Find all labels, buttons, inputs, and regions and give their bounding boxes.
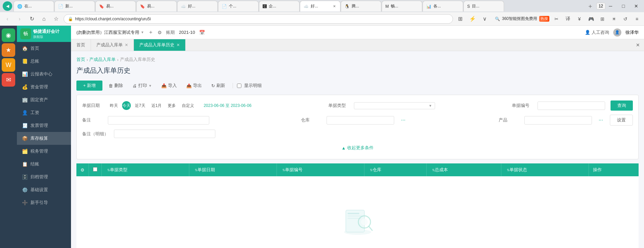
minimize-button[interactable]: ─ [605, 1, 616, 11]
import-button[interactable]: 📥 导入 [158, 81, 180, 90]
browser-tab-t10[interactable]: M 畅... [382, 1, 422, 12]
sidebar-item-库存核算[interactable]: 📦 库存核算 [17, 132, 71, 145]
collapse-button[interactable]: ▲ 收起更多条件 [82, 142, 633, 154]
settings-gear-button[interactable]: ⚙ [158, 30, 162, 35]
left-icon-red[interactable]: ✉ [2, 73, 15, 87]
delete-button[interactable]: 🗑 删除 [105, 81, 126, 90]
warehouse-filter-input[interactable] [327, 116, 394, 125]
back-button[interactable]: ‹ [3, 14, 12, 24]
date-btn-自定义[interactable]: 自定义 [180, 102, 196, 110]
browser-tab-t3[interactable]: 🔖 易... [95, 1, 136, 12]
number-filter-input[interactable] [538, 102, 605, 110]
date-btn-近1月[interactable]: 近1月 [149, 102, 164, 110]
warehouse-dots[interactable]: ··· [400, 117, 407, 123]
date-btn-更多[interactable]: 更多 [166, 102, 178, 110]
game-icon[interactable]: 🎮 [587, 15, 595, 23]
sidebar-item-资金管理[interactable]: 💰 资金管理 [17, 81, 71, 93]
browser-tab-t4[interactable]: 🔖 易... [136, 1, 177, 12]
company-selector[interactable]: (勿删勿禁用）江西服宝测试专用 ▼ [76, 29, 144, 36]
left-icon-yellow[interactable]: W [2, 58, 15, 72]
new-button[interactable]: + 新增 [76, 81, 102, 91]
table-col-number[interactable]: ⇅单据编号 [277, 163, 364, 176]
browser-tab-t6[interactable]: 📄 个... [218, 1, 259, 12]
page-tab-2[interactable]: 产成品入库单历史 ✕ [134, 39, 186, 51]
query-button[interactable]: 查询 [611, 100, 633, 111]
sidebar-item-总账[interactable]: 📒 总账 [17, 55, 71, 68]
tab-close-icon[interactable]: ✕ [332, 4, 337, 9]
bookmark-button[interactable]: ☆ [51, 14, 61, 24]
product-filter-input[interactable] [524, 116, 592, 125]
sidebar-item-工资[interactable]: 👤 工资 [17, 106, 71, 119]
select-all-checkbox[interactable] [93, 167, 97, 172]
note-detail-filter-input[interactable] [114, 130, 215, 138]
sidebar-item-发票管理[interactable]: 🧾 发票管理 [17, 119, 71, 132]
note-filter-input[interactable] [108, 116, 209, 125]
date-btn-今天[interactable]: 今天 [122, 101, 131, 110]
sidebar-item-税务管理[interactable]: 🗂️ 税务管理 [17, 145, 71, 158]
refresh-button[interactable]: ↻ 刷新 [208, 81, 229, 90]
show-detail-checkbox[interactable] [237, 84, 241, 88]
setting-button[interactable]: 设置 [610, 115, 633, 126]
date-btn-昨天[interactable]: 昨天 [108, 102, 120, 110]
scissors-icon[interactable]: ✂ [552, 15, 561, 23]
calendar-icon[interactable]: 📅 [199, 30, 205, 35]
more-btn[interactable]: ∨ [480, 14, 490, 24]
sidebar-item-首页[interactable]: 🏠 首页 [17, 42, 71, 55]
user-service-button[interactable]: 👤 人工咨询 [585, 29, 609, 36]
page-tab-close-icon-2[interactable]: ✕ [176, 43, 180, 47]
reload-button[interactable]: ↻ [27, 14, 37, 24]
table-col-total_cost[interactable]: ⇅总成本 [426, 163, 501, 176]
browser-tab-t5[interactable]: ☁️ 好... [177, 1, 218, 12]
page-tab-0[interactable]: 首页 [71, 39, 91, 51]
type-select[interactable]: ▼ [354, 102, 435, 109]
refresh-label: 刷新 [216, 83, 225, 89]
browser-tab-t2[interactable]: 📄 新... [54, 1, 95, 12]
sidebar-item-结账[interactable]: 📋 结账 [17, 158, 71, 171]
extensions-icon[interactable]: ⊞ [456, 14, 465, 24]
sidebar-item-云报表中心[interactable]: 📊 云报表中心 [17, 68, 71, 81]
table-col-type[interactable]: ⇅单据类型 [102, 163, 189, 176]
settings-icon[interactable]: ≡ [633, 15, 641, 23]
history-icon[interactable]: ↺ [621, 15, 630, 23]
table-col-warehouse[interactable]: ⇅仓库 [364, 163, 426, 176]
breadcrumb-home[interactable]: 首页 [76, 57, 85, 63]
breadcrumb-parent[interactable]: 产成品入库单 [89, 57, 116, 63]
sidebar-item-新手引导[interactable]: ➕ 新手引导 [17, 196, 71, 209]
theme-icon[interactable]: ☀ [610, 15, 618, 23]
maximize-button[interactable]: □ [618, 1, 628, 11]
product-dots[interactable]: ··· [597, 117, 604, 123]
browser-tab-t8[interactable]: ☁️ 好... ✕ [300, 1, 340, 12]
table-col-date[interactable]: ⇅单据日期 [189, 163, 277, 176]
yen-icon[interactable]: ¥ [575, 15, 584, 23]
add-period-button[interactable]: ＋ [148, 29, 153, 36]
forward-button[interactable]: › [15, 14, 24, 24]
lightning-icon[interactable]: ⚡ [468, 14, 477, 24]
page-tab-1[interactable]: 产成品入库单 ✕ [91, 39, 134, 51]
left-icon-orange[interactable]: ★ [2, 43, 15, 57]
browser-tab-t11[interactable]: 📊 各... [423, 1, 463, 12]
browser-tab-t12[interactable]: S 目... [463, 1, 504, 12]
close-panel-button[interactable]: ✕ [632, 40, 644, 50]
sidebar-item-归档管理[interactable]: 🗄️ 归档管理 [17, 171, 71, 183]
show-detail-toggle[interactable]: 显示明细 [237, 83, 262, 89]
export-button[interactable]: 📤 导出 [183, 81, 205, 90]
home-button[interactable]: ⌂ [39, 14, 49, 24]
left-icon-green[interactable]: ◉ [2, 28, 15, 42]
table-col-status[interactable]: ⇅单据状态 [501, 163, 589, 176]
sidebar-item-固定资产[interactable]: 🏢 固定资产 [17, 93, 71, 106]
page-tab-close-icon-1[interactable]: ✕ [125, 43, 128, 47]
grid-icon[interactable]: ⊞ [598, 15, 607, 23]
gear-col-icon[interactable]: ⚙ [80, 167, 85, 173]
browser-tab-t7[interactable]: 🅲 企... [259, 1, 300, 12]
tab-add-button[interactable]: ＋ [586, 1, 595, 11]
date-btn-近7天[interactable]: 近7天 [133, 102, 147, 110]
user-avatar[interactable]: 👤 [613, 28, 621, 37]
print-button[interactable]: 🖨 打印 ▼ [129, 81, 155, 90]
browser-tab-t9[interactable]: 🐧 腾... [341, 1, 381, 12]
app-sidebar-header[interactable]: 畅 畅捷通好会计 旗舰版 [17, 26, 71, 42]
address-input[interactable]: 🔒 https://cloud.chanjet.com/accounting/u… [64, 14, 453, 24]
sidebar-item-基础设置[interactable]: ⚙️ 基础设置 [17, 183, 71, 196]
close-button[interactable]: ✕ [631, 1, 641, 11]
browser-tab-t1[interactable]: 🌐 在... [14, 1, 54, 12]
translate-icon[interactable]: 译 [564, 15, 572, 23]
